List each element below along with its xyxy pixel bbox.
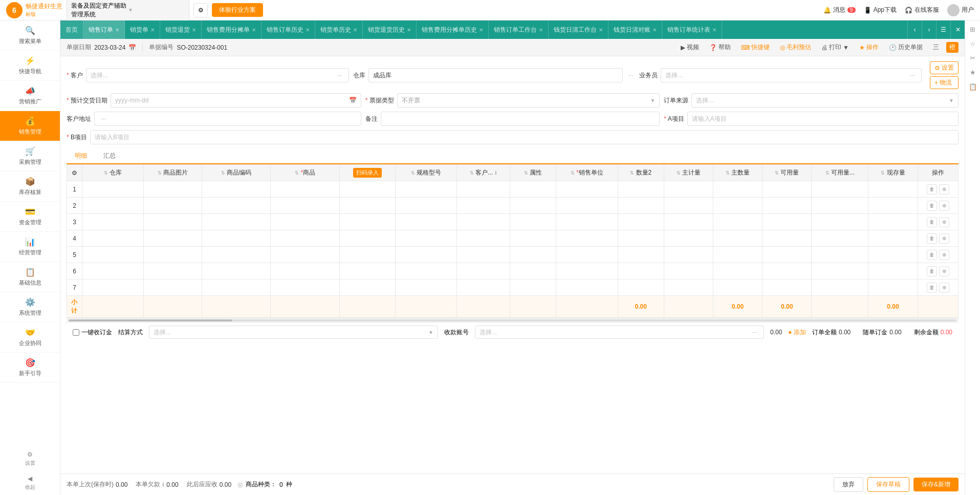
sidebar-item-guide[interactable]: 🎯 新手引导 <box>0 353 60 383</box>
settle-method-select[interactable]: 选择... ▼ <box>149 326 438 339</box>
layout-toggle-btn[interactable]: 三 <box>930 42 942 53</box>
col-settings[interactable]: ⚙ <box>67 165 82 181</box>
profit-btn[interactable]: ◎ 毛利预估 <box>777 42 814 53</box>
tab-sales-invoice[interactable]: 销货单 ✕ <box>125 20 160 39</box>
messages-btn[interactable]: 🔔 消息 9 <box>823 6 856 14</box>
tab-sales-order[interactable]: 销售订单 ✕ <box>83 20 125 39</box>
right-icon-2[interactable]: ☆ <box>966 37 979 50</box>
tab-expense-history[interactable]: 销售费用分摊单历史 ✕ <box>417 20 489 39</box>
delete-row-icon[interactable]: 🗑 <box>927 201 937 211</box>
tab-summary[interactable]: 汇总 <box>95 148 124 164</box>
scan-btn[interactable]: 扫码录入 <box>353 168 382 178</box>
tab-close-icon[interactable]: ✕ <box>712 27 716 33</box>
sidebar-item-enterprise[interactable]: 🤝 企业协同 <box>0 322 60 353</box>
tab-next-btn[interactable]: › <box>922 20 936 39</box>
tab-close-icon[interactable]: ✕ <box>150 27 155 33</box>
salesperson-input[interactable]: 选择... ··· <box>661 68 922 82</box>
delete-row-icon[interactable]: 🗑 <box>927 266 937 276</box>
address-input[interactable]: ··· <box>94 112 361 126</box>
tab-close-all-btn[interactable]: ✕ <box>950 20 965 39</box>
sidebar-collapse-btn[interactable]: ◀ 收起 <box>0 471 60 495</box>
industry-btn[interactable]: 体验行业方案 <box>212 3 263 17</box>
copy-row-icon[interactable]: ⊕ <box>939 250 949 260</box>
online-service-btn[interactable]: 🎧 在线客服 <box>905 6 939 14</box>
tab-sales-expense[interactable]: 销售费用分摊单 ✕ <box>202 20 262 39</box>
sidebar-item-inventory[interactable]: 📦 库存核算 <box>0 171 60 202</box>
tab-close-icon[interactable]: ✕ <box>192 27 196 33</box>
quick-settle-checkbox[interactable] <box>73 329 79 336</box>
calendar-icon[interactable]: 📅 <box>128 44 136 51</box>
sidebar-item-base-info[interactable]: 📋 基础信息 <box>0 262 60 292</box>
tab-close-icon[interactable]: ✕ <box>306 27 310 33</box>
tab-sales-return[interactable]: 销货退货 ✕ <box>160 20 202 39</box>
tab-home[interactable]: 首页 <box>60 20 83 39</box>
settings-form-btn[interactable]: ⚙ 设置 <box>930 61 959 74</box>
app-download-btn[interactable]: 📱 App下载 <box>864 6 897 14</box>
customer-more-icon[interactable]: ··· <box>335 72 344 79</box>
system-selector[interactable]: 装备及固定资产辅助管理系统 ▼ <box>67 0 189 21</box>
sidebar-settings-btn[interactable]: ⚙ 设置 <box>0 447 60 471</box>
tab-menu-btn[interactable]: ☰ <box>936 20 950 39</box>
sidebar-item-marketing[interactable]: 📣 营销推广 <box>0 81 60 111</box>
tab-close-icon[interactable]: ✕ <box>652 27 657 33</box>
right-icon-3[interactable]: ✂ <box>966 51 979 64</box>
view-btn[interactable]: ▶ 视频 <box>678 42 702 53</box>
tab-sales-stats[interactable]: 销售订单统计表 ✕ <box>662 20 722 39</box>
tab-close-icon[interactable]: ✕ <box>479 27 483 33</box>
sidebar-item-search[interactable]: 🔍 搜索菜单 <box>0 20 60 51</box>
add-logistics-btn[interactable]: + 物流 <box>930 76 959 89</box>
save-draft-btn[interactable]: 保存草稿 <box>867 477 909 492</box>
copy-row-icon[interactable]: ⊕ <box>939 201 949 211</box>
print-btn[interactable]: 🖨 打印 ▼ <box>818 42 852 53</box>
sidebar-item-operations[interactable]: 📊 经营管理 <box>0 232 60 262</box>
tab-close-icon[interactable]: ✕ <box>407 27 411 33</box>
tab-close-icon[interactable]: ✕ <box>353 27 357 33</box>
delete-row-icon[interactable]: 🗑 <box>927 233 937 244</box>
sidebar-item-finance[interactable]: 💳 资金管理 <box>0 202 60 232</box>
tab-return-history[interactable]: 销货退货历史 ✕ <box>363 20 417 39</box>
right-icon-1[interactable]: ⊞ <box>966 23 979 36</box>
user-btn[interactable]: 用户 <box>947 4 974 16</box>
copy-row-icon[interactable]: ⊕ <box>939 217 949 227</box>
delete-row-icon[interactable]: 🗑 <box>927 250 937 260</box>
table-scrollbar[interactable] <box>67 318 959 322</box>
operation-btn[interactable]: ★ 操作 <box>856 42 882 53</box>
tab-close-icon[interactable]: ✕ <box>115 27 119 33</box>
tab-sales-order-history[interactable]: 销售订单历史 ✕ <box>262 20 315 39</box>
invoice-select[interactable]: 不开票 ▼ <box>397 93 660 107</box>
salesperson-more-icon[interactable]: ··· <box>908 72 917 79</box>
sidebar-item-purchase[interactable]: 🛒 采购管理 <box>0 141 60 171</box>
history-btn[interactable]: 🕐 历史单据 <box>886 42 926 53</box>
tab-order-workbench[interactable]: 销售订单工作台 ✕ <box>489 20 549 39</box>
orange-view-btn[interactable]: 橙 <box>946 42 959 53</box>
remark-input[interactable] <box>381 112 660 126</box>
delete-row-icon[interactable]: 🗑 <box>927 283 937 293</box>
tab-close-icon[interactable]: ✕ <box>539 27 543 33</box>
discard-btn[interactable]: 放弃 <box>834 477 863 492</box>
sidebar-item-system[interactable]: ⚙️ 系统管理 <box>0 292 60 322</box>
tab-cash-reconcile[interactable]: 钱货日清对账 ✕ <box>608 20 662 39</box>
right-icon-4[interactable]: ★ <box>966 66 979 79</box>
sidebar-item-quick-nav[interactable]: ⚡ 快捷导航 <box>0 51 60 81</box>
tab-detail[interactable]: 明细 <box>67 148 95 164</box>
account-select[interactable]: 选择... ··· <box>475 326 764 339</box>
tab-close-icon[interactable]: ✕ <box>599 27 603 33</box>
project-b-input[interactable]: 请输入B项目 <box>90 130 959 144</box>
copy-row-icon[interactable]: ⊕ <box>939 283 949 293</box>
copy-row-icon[interactable]: ⊕ <box>939 266 949 276</box>
address-more-icon[interactable]: ··· <box>99 115 108 122</box>
tab-cash-workbench[interactable]: 钱货日清工作台 ✕ <box>549 20 608 39</box>
tab-invoice-history[interactable]: 销货单历史 ✕ <box>315 20 363 39</box>
customer-input[interactable]: 选择... ··· <box>86 68 349 82</box>
account-more-icon[interactable]: ··· <box>750 329 759 336</box>
help-btn[interactable]: ❓ 帮助 <box>706 42 734 53</box>
sidebar-item-sales[interactable]: 💰 销售管理 <box>0 111 60 141</box>
delete-row-icon[interactable]: 🗑 <box>927 184 937 195</box>
project-a-input[interactable]: 请输入A项目 <box>687 112 959 126</box>
delivery-input[interactable]: yyyy-mm-dd 📅 <box>111 93 361 107</box>
shortcut-btn[interactable]: ⌨ 快捷键 <box>738 42 773 53</box>
copy-row-icon[interactable]: ⊕ <box>939 184 949 195</box>
tab-close-icon[interactable]: ✕ <box>252 27 256 33</box>
order-source-input[interactable]: 选择... ▼ <box>691 93 959 107</box>
payment-add-btn[interactable]: ● 添加 <box>788 328 806 337</box>
